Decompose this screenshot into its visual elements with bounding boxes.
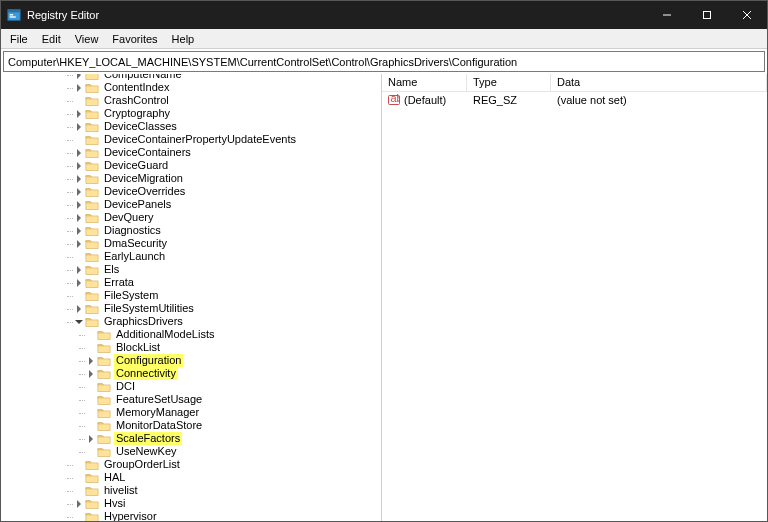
menu-favorites[interactable]: Favorites — [105, 31, 164, 47]
tree-item-label: Errata — [102, 276, 136, 289]
tree-item[interactable]: FileSystem — [1, 289, 381, 302]
tree-item[interactable]: Connectivity — [1, 367, 381, 380]
tree-item[interactable]: Diagnostics — [1, 224, 381, 237]
tree-item[interactable]: DmaSecurity — [1, 237, 381, 250]
tree-item[interactable]: Hvsi — [1, 497, 381, 510]
tree-item[interactable]: DeviceContainerPropertyUpdateEvents — [1, 133, 381, 146]
tree-item[interactable]: ComputerName — [1, 74, 381, 81]
tree-item[interactable]: Errata — [1, 276, 381, 289]
chevron-right-icon[interactable] — [85, 368, 96, 379]
values-pane: Name Type Data ab(Default)REG_SZ(value n… — [382, 74, 767, 521]
tree-item[interactable]: DeviceClasses — [1, 120, 381, 133]
chevron-right-icon[interactable] — [73, 303, 84, 314]
folder-icon — [85, 498, 99, 510]
tree-item[interactable]: ScaleFactors — [1, 432, 381, 445]
tree-item[interactable]: Els — [1, 263, 381, 276]
chevron-right-icon[interactable] — [73, 212, 84, 223]
tree-item[interactable]: DeviceGuard — [1, 159, 381, 172]
chevron-down-icon[interactable] — [73, 316, 84, 327]
tree-item[interactable]: DevicePanels — [1, 198, 381, 211]
svg-rect-1 — [8, 10, 20, 13]
titlebar[interactable]: Registry Editor — [1, 1, 767, 29]
address-bar[interactable] — [3, 51, 765, 72]
tree-item-label: DeviceContainerPropertyUpdateEvents — [102, 133, 298, 146]
chevron-right-icon[interactable] — [73, 277, 84, 288]
tree-item-label: DeviceOverrides — [102, 185, 187, 198]
maximize-button[interactable] — [687, 1, 727, 29]
folder-icon — [85, 95, 99, 107]
app-window: Registry Editor File Edit View Favorites… — [0, 0, 768, 522]
chevron-right-icon[interactable] — [73, 173, 84, 184]
close-button[interactable] — [727, 1, 767, 29]
chevron-right-icon[interactable] — [73, 264, 84, 275]
folder-icon — [85, 264, 99, 276]
chevron-right-icon[interactable] — [73, 74, 84, 80]
tree-item-label: CrashControl — [102, 94, 171, 107]
tree-item[interactable]: HAL — [1, 471, 381, 484]
tree-item[interactable]: Cryptography — [1, 107, 381, 120]
chevron-right-icon[interactable] — [73, 199, 84, 210]
tree-item[interactable]: FileSystemUtilities — [1, 302, 381, 315]
chevron-right-icon[interactable] — [73, 225, 84, 236]
folder-icon — [85, 186, 99, 198]
folder-icon — [85, 108, 99, 120]
tree-item[interactable]: ContentIndex — [1, 81, 381, 94]
address-input[interactable] — [8, 56, 760, 68]
tree-item[interactable]: MemoryManager — [1, 406, 381, 419]
chevron-right-icon[interactable] — [85, 355, 96, 366]
chevron-right-icon[interactable] — [73, 121, 84, 132]
chevron-right-icon[interactable] — [73, 160, 84, 171]
tree-item-label: DeviceClasses — [102, 120, 179, 133]
app-icon — [7, 8, 21, 22]
folder-icon — [85, 238, 99, 250]
tree-item[interactable]: MonitorDataStore — [1, 419, 381, 432]
tree-item-label: Connectivity — [114, 367, 178, 380]
menu-help[interactable]: Help — [165, 31, 202, 47]
tree-item[interactable]: DeviceMigration — [1, 172, 381, 185]
chevron-right-icon[interactable] — [73, 108, 84, 119]
menu-edit[interactable]: Edit — [35, 31, 68, 47]
folder-icon — [85, 121, 99, 133]
value-row[interactable]: ab(Default)REG_SZ(value not set) — [382, 92, 767, 108]
chevron-right-icon[interactable] — [73, 498, 84, 509]
col-header-data[interactable]: Data — [551, 74, 767, 91]
tree-item-label: FileSystemUtilities — [102, 302, 196, 315]
col-header-type[interactable]: Type — [467, 74, 551, 91]
tree-item[interactable]: CrashControl — [1, 94, 381, 107]
tree-item[interactable]: AdditionalModeLists — [1, 328, 381, 341]
chevron-right-icon[interactable] — [73, 186, 84, 197]
tree-item[interactable]: DeviceOverrides — [1, 185, 381, 198]
tree-item[interactable]: BlockList — [1, 341, 381, 354]
folder-icon — [85, 459, 99, 471]
col-header-name[interactable]: Name — [382, 74, 467, 91]
tree-item[interactable]: DeviceContainers — [1, 146, 381, 159]
chevron-right-icon[interactable] — [73, 82, 84, 93]
tree-item[interactable]: FeatureSetUsage — [1, 393, 381, 406]
menu-view[interactable]: View — [68, 31, 106, 47]
chevron-right-icon — [85, 381, 96, 392]
tree-item[interactable]: hivelist — [1, 484, 381, 497]
tree-item[interactable]: Configuration — [1, 354, 381, 367]
chevron-right-icon — [73, 134, 84, 145]
tree-pane[interactable]: CompatibilityComputerNameContentIndexCra… — [1, 74, 382, 521]
tree-item-label: DmaSecurity — [102, 237, 169, 250]
tree-item[interactable]: Hypervisor — [1, 510, 381, 521]
tree-item[interactable]: UseNewKey — [1, 445, 381, 458]
tree-item-label: DeviceMigration — [102, 172, 185, 185]
tree-item[interactable]: GraphicsDrivers — [1, 315, 381, 328]
folder-icon — [97, 329, 111, 341]
tree-item-label: FileSystem — [102, 289, 160, 302]
tree-item[interactable]: DevQuery — [1, 211, 381, 224]
chevron-right-icon[interactable] — [73, 238, 84, 249]
chevron-right-icon — [73, 290, 84, 301]
tree-item[interactable]: EarlyLaunch — [1, 250, 381, 263]
tree-item-label: AdditionalModeLists — [114, 328, 216, 341]
values-body[interactable]: ab(Default)REG_SZ(value not set) — [382, 92, 767, 521]
tree-item[interactable]: DCI — [1, 380, 381, 393]
tree-item[interactable]: GroupOrderList — [1, 458, 381, 471]
minimize-button[interactable] — [647, 1, 687, 29]
chevron-right-icon[interactable] — [73, 147, 84, 158]
chevron-right-icon[interactable] — [85, 433, 96, 444]
menu-file[interactable]: File — [3, 31, 35, 47]
chevron-right-icon — [73, 251, 84, 262]
